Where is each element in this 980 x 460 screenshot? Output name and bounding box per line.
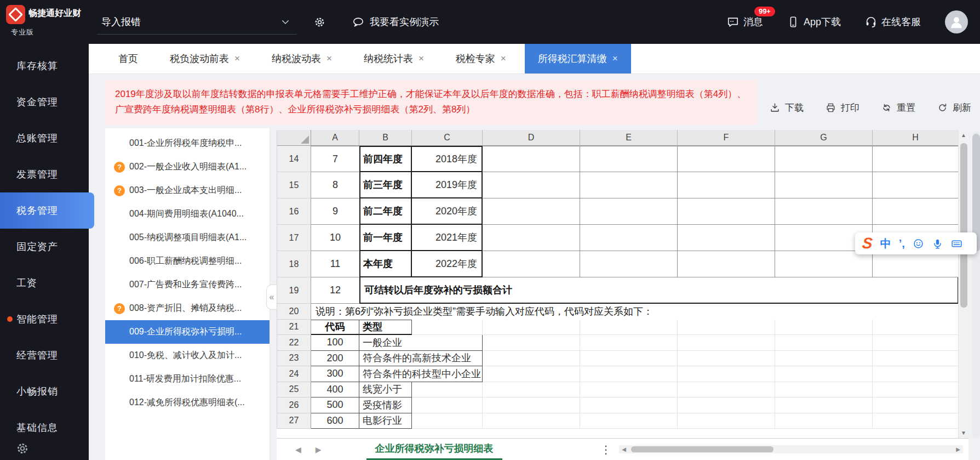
sidebar-item[interactable]: 经营管理 (0, 337, 89, 373)
重置-button[interactable]: 重置 (881, 101, 915, 114)
mic-icon[interactable] (932, 238, 943, 249)
tab-税检专家[interactable]: 税检专家× (443, 44, 519, 73)
cell-empty[interactable] (873, 397, 959, 413)
cell-empty[interactable] (580, 382, 678, 398)
column-header[interactable]: C (412, 130, 483, 146)
collapse-panel-handle[interactable]: « (266, 285, 277, 310)
sidebar-item[interactable]: 工资 (0, 265, 89, 301)
column-header[interactable]: H (873, 130, 959, 146)
type-cell[interactable]: 类型 (359, 320, 412, 336)
cell-empty[interactable] (412, 413, 483, 429)
cell-empty[interactable] (580, 146, 678, 172)
下载-button[interactable]: 下载 (770, 101, 804, 114)
cell-b[interactable]: 本年度 (359, 251, 412, 277)
cell-empty[interactable] (775, 397, 873, 413)
cell-empty[interactable] (873, 198, 959, 225)
column-header[interactable]: E (580, 130, 678, 146)
cell-empty[interactable] (678, 251, 775, 277)
cell-empty[interactable] (483, 382, 580, 398)
cell-empty[interactable] (775, 172, 873, 198)
online-service-button[interactable]: 在线客服 (865, 15, 921, 29)
刷新-button[interactable]: 刷新 (937, 101, 971, 114)
code-cell[interactable]: 100 (311, 335, 359, 351)
tab-所得税汇算清缴[interactable]: 所得税汇算清缴× (525, 44, 631, 73)
code-cell[interactable]: 300 (311, 366, 359, 382)
cell-a[interactable]: 10 (311, 225, 359, 251)
code-cell[interactable]: 代码 (311, 320, 359, 336)
cell-empty[interactable] (678, 351, 775, 367)
cell-empty[interactable] (580, 251, 678, 277)
scroll-up-icon[interactable]: ▲ (959, 130, 968, 140)
cell-empty[interactable] (775, 382, 873, 398)
row-number[interactable]: 16 (277, 198, 311, 225)
cell-empty[interactable] (580, 172, 678, 198)
row-number[interactable]: 20 (277, 304, 311, 320)
cell-empty[interactable] (580, 413, 678, 429)
list-item[interactable]: ?002-一般企业收入明细表(A1... (105, 155, 270, 179)
row-number[interactable]: 23 (277, 351, 311, 367)
list-item[interactable]: ?003-一般企业成本支出明细... (105, 179, 270, 202)
打印-button[interactable]: 打印 (826, 101, 859, 114)
note-cell[interactable]: 说明：第6列“弥补亏损企业类型”需要手动输入对应代码，代码对应关系如下： (311, 304, 959, 320)
sidebar-settings-gear-icon[interactable] (15, 441, 30, 456)
sheet-more-icon[interactable]: ⋮ (600, 443, 611, 456)
tab-首页[interactable]: 首页 (105, 44, 151, 73)
cell-a[interactable]: 9 (311, 198, 359, 225)
cell-b[interactable]: 前四年度 (359, 146, 412, 172)
close-icon[interactable]: × (501, 53, 506, 64)
horizontal-scroll-thumb[interactable] (631, 446, 773, 452)
cell-empty[interactable] (775, 320, 873, 336)
type-cell[interactable]: 线宽小于 (359, 382, 412, 398)
sidebar-item[interactable]: 智能管理 (0, 301, 89, 337)
cell-empty[interactable] (483, 251, 580, 277)
list-item[interactable]: 004-期间费用明细表(A1040... (105, 202, 270, 226)
cell-empty[interactable] (580, 335, 678, 351)
cell-empty[interactable] (775, 251, 873, 277)
column-header[interactable]: F (678, 130, 775, 146)
cell-c[interactable]: 2022年度 (412, 251, 483, 277)
cell-a[interactable]: 7 (311, 146, 359, 172)
row-number[interactable]: 19 (277, 277, 311, 304)
prev-sheet-icon[interactable]: ◀ (295, 445, 301, 454)
cell-empty[interactable] (580, 351, 678, 367)
cell-empty[interactable] (483, 198, 580, 225)
type-cell[interactable]: 受疫情影 (359, 397, 412, 413)
cell-empty[interactable] (775, 366, 873, 382)
cell-empty[interactable] (873, 366, 959, 382)
sidebar-item[interactable]: 税务管理 (0, 192, 94, 229)
sheet-vertical-scrollbar[interactable]: ▲ ▼ (958, 130, 968, 438)
cell-c[interactable]: 2018年度 (412, 146, 483, 172)
tab-纳税波动表[interactable]: 纳税波动表× (259, 44, 345, 73)
cell-empty[interactable] (412, 397, 483, 413)
cell-empty[interactable] (873, 351, 959, 367)
close-icon[interactable]: × (419, 53, 424, 64)
cell-empty[interactable] (873, 320, 959, 336)
cell-empty[interactable] (775, 413, 873, 429)
help-icon[interactable]: ? (114, 185, 125, 196)
cell-empty[interactable] (580, 320, 678, 336)
tab-纳税统计表[interactable]: 纳税统计表× (351, 44, 437, 73)
column-header[interactable]: D (483, 130, 580, 146)
select-all-corner[interactable] (277, 130, 311, 146)
cell-c[interactable]: 2019年度 (412, 172, 483, 198)
sidebar-item[interactable]: 资金管理 (0, 84, 89, 120)
cell-empty[interactable] (678, 198, 775, 225)
cell-empty[interactable] (873, 335, 959, 351)
smiley-icon[interactable] (913, 238, 924, 249)
row-number[interactable]: 25 (277, 382, 311, 398)
cell-empty[interactable] (483, 366, 580, 382)
cell-b[interactable]: 前二年度 (359, 198, 412, 225)
list-item[interactable]: 010-免税、减计收入及加计... (105, 344, 270, 367)
list-item[interactable]: 011-研发费用加计扣除优惠... (105, 367, 270, 391)
cell-empty[interactable] (483, 320, 580, 336)
cell-empty[interactable] (678, 172, 775, 198)
cell-empty[interactable] (678, 397, 775, 413)
sheet-horizontal-scrollbar[interactable]: ◀ ▶ (619, 445, 963, 453)
row-number[interactable]: 21 (277, 320, 311, 336)
cell-empty[interactable] (412, 382, 483, 398)
cell-empty[interactable] (775, 351, 873, 367)
close-icon[interactable]: × (234, 53, 240, 64)
user-avatar[interactable] (945, 10, 968, 33)
cell-c[interactable]: 2020年度 (412, 198, 483, 225)
cell-c[interactable]: 2021年度 (412, 225, 483, 251)
